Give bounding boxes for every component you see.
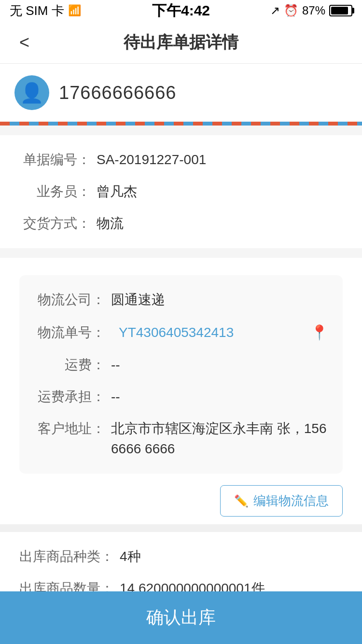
logistics-company-row: 物流公司： 圆通速递 xyxy=(34,290,328,310)
location-status-icon: ↗ xyxy=(270,4,280,17)
edit-logistics-button[interactable]: ✏️ 编辑物流信息 xyxy=(220,485,343,517)
goods-types-label: 出库商品种类： xyxy=(19,546,120,567)
status-time: 下午4:42 xyxy=(152,1,210,21)
order-number-value: SA-20191227-001 xyxy=(97,150,343,170)
order-number-label: 单据编号： xyxy=(19,150,97,170)
logistics-company-label: 物流公司： xyxy=(34,290,111,310)
battery-fill xyxy=(331,7,348,14)
wifi-icon: 📶 xyxy=(68,4,81,17)
delivery-label: 交货方式： xyxy=(19,213,97,234)
confirm-btn-container: 确认出库 xyxy=(0,591,362,644)
page-title: 待出库单据详情 xyxy=(124,31,238,54)
salesman-value: 曾凡杰 xyxy=(97,182,343,202)
freight-label: 运费： xyxy=(34,355,111,375)
salesman-row: 业务员： 曾凡杰 xyxy=(19,182,343,202)
goods-types-value: 4种 xyxy=(120,546,343,567)
battery-percent: 87% xyxy=(302,4,325,17)
logistics-card: 物流公司： 圆通速递 物流单号： YT43064053424​13 📍 运费： … xyxy=(19,275,343,474)
delivery-value: 物流 xyxy=(97,213,343,234)
status-right: ↗ ⏰ 87% xyxy=(270,4,352,17)
page-content: 👤 17666666666 单据编号： SA-20191227-001 业务员：… xyxy=(0,64,362,644)
status-bar: 无 SIM 卡 📶 下午4:42 ↗ ⏰ 87% xyxy=(0,0,362,21)
order-number-row: 单据编号： SA-20191227-001 xyxy=(19,150,343,170)
address-label: 客户地址： xyxy=(34,419,111,439)
address-row: 客户地址： 北京市市辖区海淀区永丰南 张，156 6666 6666 xyxy=(34,419,328,459)
dashed-separator xyxy=(0,122,362,126)
goods-types-row: 出库商品种类： 4种 xyxy=(19,546,343,567)
logistics-company-value: 圆通速递 xyxy=(111,290,328,310)
avatar-icon: 👤 xyxy=(20,82,44,104)
logistics-tracking-value: YT43064053424​13 xyxy=(119,322,303,343)
freight-value: -- xyxy=(111,355,328,375)
logistics-section: 物流公司： 圆通速递 物流单号： YT43064053424​13 📍 运费： … xyxy=(0,258,362,524)
freight-row: 运费： -- xyxy=(34,355,328,375)
customer-header: 👤 17666666666 xyxy=(0,64,362,122)
delivery-row: 交货方式： 物流 xyxy=(19,213,343,234)
order-info-section: 单据编号： SA-20191227-001 业务员： 曾凡杰 交货方式： 物流 xyxy=(0,135,362,248)
tracking-location-icon[interactable]: 📍 xyxy=(310,322,328,343)
avatar: 👤 xyxy=(14,75,49,110)
freight-bearer-row: 运费承担： -- xyxy=(34,387,328,407)
section-divider xyxy=(0,524,362,532)
confirm-button[interactable]: 确认出库 xyxy=(0,601,362,634)
back-button[interactable]: < xyxy=(14,28,34,57)
freight-bearer-value: -- xyxy=(111,387,328,407)
carrier-text: 无 SIM 卡 xyxy=(10,2,64,19)
nav-bar: < 待出库单据详情 xyxy=(0,21,362,64)
status-left: 无 SIM 卡 📶 xyxy=(10,2,81,19)
address-value: 北京市市辖区海淀区永丰南 张，156 6666 6666 xyxy=(111,419,328,459)
customer-phone: 17666666666 xyxy=(59,83,176,103)
salesman-label: 业务员： xyxy=(19,182,97,202)
logistics-tracking-row: 物流单号： YT43064053424​13 📍 xyxy=(34,322,328,343)
freight-bearer-label: 运费承担： xyxy=(34,387,111,407)
alarm-icon: ⏰ xyxy=(284,4,298,17)
edit-btn-container: ✏️ 编辑物流信息 xyxy=(19,474,343,519)
edit-btn-label: 编辑物流信息 xyxy=(253,492,329,509)
battery-bar xyxy=(329,5,352,16)
logistics-tracking-label: 物流单号： xyxy=(34,322,111,343)
edit-icon: ✏️ xyxy=(234,494,249,508)
